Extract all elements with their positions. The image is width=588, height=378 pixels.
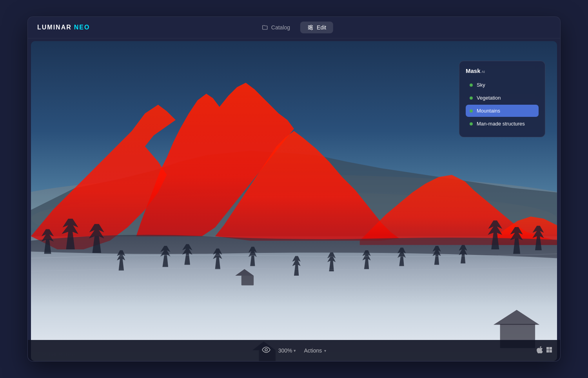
photo-container: © Sherwin Magaino MaskAI Sky Vegetation	[31, 41, 557, 361]
svg-point-4	[309, 27, 310, 28]
actions-label: Actions	[304, 347, 322, 354]
catalog-label: Catalog	[271, 24, 290, 31]
actions-chevron: ▾	[324, 349, 326, 353]
svg-point-5	[311, 28, 312, 30]
vegetation-dot	[470, 96, 473, 100]
zoom-value: 300%	[278, 347, 292, 354]
mask-panel: MaskAI Sky Vegetation Mountains	[459, 61, 545, 137]
svg-rect-18	[546, 350, 549, 353]
structures-dot	[470, 122, 473, 125]
apple-icon	[537, 346, 543, 355]
edit-label: Edit	[317, 24, 326, 31]
mask-item-vegetation[interactable]: Vegetation	[466, 92, 539, 104]
logo-luminar: LUMINAR	[37, 24, 72, 31]
svg-point-15	[265, 349, 267, 351]
mask-title: MaskAI	[466, 67, 539, 74]
svg-rect-17	[550, 347, 552, 350]
sky-label: Sky	[477, 82, 485, 88]
svg-rect-9	[241, 276, 254, 285]
actions-button[interactable]: Actions ▾	[304, 347, 326, 354]
mask-item-mountains[interactable]: Mountains	[466, 105, 539, 117]
bottom-bar-center: 300% ▾ Actions ▾	[262, 347, 327, 355]
mask-item-structures[interactable]: Man-made structures	[466, 118, 539, 130]
bottom-bar: 300% ▾ Actions ▾	[28, 340, 560, 361]
windows-icon	[546, 347, 552, 354]
title-bar-nav: Catalog Edit	[255, 22, 333, 33]
vegetation-label: Vegetation	[477, 95, 501, 101]
ai-badge: AI	[482, 70, 485, 74]
folder-icon	[262, 24, 268, 31]
svg-rect-16	[546, 347, 549, 350]
edit-nav-btn[interactable]: Edit	[300, 22, 333, 33]
visibility-icon[interactable]	[262, 347, 270, 355]
mask-item-sky[interactable]: Sky	[466, 79, 539, 91]
mountains-label: Mountains	[477, 108, 500, 114]
svg-point-3	[310, 25, 312, 27]
mountains-dot	[470, 109, 473, 113]
zoom-chevron: ▾	[294, 348, 296, 353]
svg-rect-19	[550, 350, 552, 353]
canvas-area: © Sherwin Magaino MaskAI Sky Vegetation	[31, 41, 557, 361]
title-bar: LUMINAR NEO Catalog	[28, 17, 560, 38]
app-window: LUMINAR NEO Catalog	[27, 16, 561, 362]
bottom-bar-right	[537, 346, 552, 355]
main-content: © Sherwin Magaino MaskAI Sky Vegetation	[28, 38, 560, 361]
sky-dot	[470, 84, 473, 87]
zoom-control[interactable]: 300% ▾	[278, 347, 296, 354]
structures-label: Man-made structures	[477, 121, 525, 127]
logo-neo: NEO	[74, 24, 90, 31]
catalog-nav-btn[interactable]: Catalog	[255, 22, 297, 33]
app-logo: LUMINAR NEO	[37, 24, 90, 31]
sliders-icon	[307, 24, 314, 31]
